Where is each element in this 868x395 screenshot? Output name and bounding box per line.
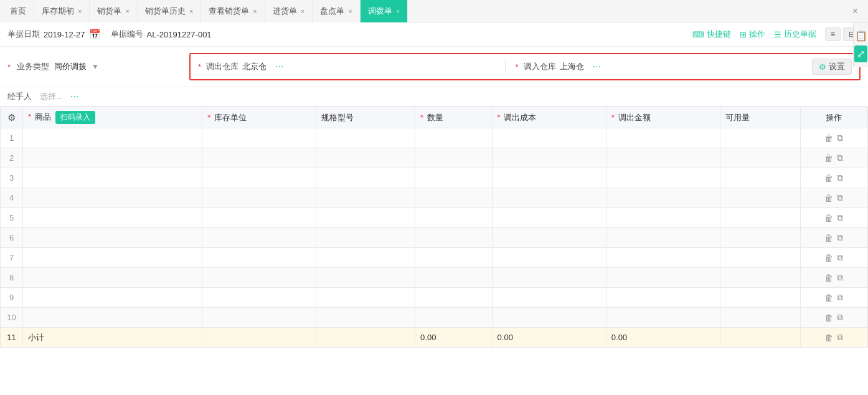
amount-cell[interactable]: [606, 148, 720, 168]
unit-cell[interactable]: [202, 228, 316, 248]
qty-cell[interactable]: [415, 208, 492, 228]
product-cell[interactable]: [23, 268, 202, 288]
spec-cell[interactable]: [316, 308, 415, 328]
tab-home[interactable]: 首页: [2, 0, 34, 22]
product-cell[interactable]: [23, 248, 202, 268]
copy-row-icon[interactable]: ⧉: [837, 173, 843, 183]
shortcut-btn[interactable]: ⌨ 快捷键: [692, 29, 731, 40]
history-btn[interactable]: ☰ 历史单据: [774, 29, 816, 40]
copy-row-icon[interactable]: ⧉: [837, 133, 843, 143]
delete-row-icon[interactable]: 🗑: [824, 133, 833, 143]
qty-cell[interactable]: [415, 188, 492, 208]
delete-row-icon[interactable]: 🗑: [824, 293, 833, 303]
business-type-select[interactable]: 同价调拨 ▼: [54, 61, 99, 72]
spec-cell[interactable]: [316, 148, 415, 168]
unit-cell[interactable]: [202, 248, 316, 268]
product-cell[interactable]: [23, 228, 202, 248]
out-warehouse-more-icon[interactable]: ···: [275, 61, 283, 72]
close-tab-sales-history[interactable]: ×: [189, 7, 193, 15]
qty-cell[interactable]: [415, 128, 492, 148]
qty-cell[interactable]: [415, 268, 492, 288]
spec-cell[interactable]: [316, 188, 415, 208]
delete-row-icon[interactable]: 🗑: [824, 273, 833, 283]
unit-cell[interactable]: [202, 268, 316, 288]
qty-cell[interactable]: [415, 308, 492, 328]
product-cell[interactable]: [23, 188, 202, 208]
in-warehouse-more-icon[interactable]: ···: [593, 61, 601, 72]
calendar-icon[interactable]: 📅: [89, 29, 101, 40]
amount-cell[interactable]: [606, 268, 720, 288]
tab-sales-order[interactable]: 销货单 ×: [90, 0, 137, 22]
unit-cell[interactable]: [202, 188, 316, 208]
unit-cell[interactable]: [202, 288, 316, 308]
copy-row-icon[interactable]: ⧉: [837, 252, 843, 263]
qty-cell[interactable]: [415, 148, 492, 168]
cost-cell[interactable]: [492, 308, 606, 328]
cost-cell[interactable]: [492, 188, 606, 208]
layout-btn-1[interactable]: ≡: [825, 27, 841, 41]
unit-cell[interactable]: [202, 208, 316, 228]
copy-row-icon[interactable]: ⧉: [837, 272, 843, 283]
copy-row-icon[interactable]: ⧉: [837, 153, 843, 163]
copy-row-icon[interactable]: ⧉: [837, 312, 843, 323]
close-tab-inventory-count[interactable]: ×: [348, 7, 352, 15]
settings-button[interactable]: ⚙ 设置: [812, 59, 852, 75]
spec-cell[interactable]: [316, 288, 415, 308]
delete-row-icon[interactable]: 🗑: [824, 233, 833, 243]
scan-button[interactable]: 扫码录入: [55, 111, 95, 124]
spec-cell[interactable]: [316, 168, 415, 188]
qty-cell[interactable]: [415, 288, 492, 308]
delete-row-icon[interactable]: 🗑: [824, 153, 833, 163]
cost-cell[interactable]: [492, 168, 606, 188]
close-tab-inventory-init[interactable]: ×: [78, 7, 82, 15]
amount-cell[interactable]: [606, 188, 720, 208]
delete-row-icon[interactable]: 🗑: [824, 253, 833, 263]
delete-row-icon[interactable]: 🗑: [824, 173, 833, 183]
close-tab-purchase[interactable]: ×: [301, 7, 304, 15]
spec-cell[interactable]: [316, 268, 415, 288]
tab-transfer[interactable]: 调拨单 ×: [361, 0, 408, 22]
qty-cell[interactable]: [415, 228, 492, 248]
copy-row-icon[interactable]: ⧉: [837, 193, 843, 203]
handler-select[interactable]: 选择...: [40, 91, 63, 102]
close-all-tabs[interactable]: ×: [845, 6, 866, 17]
operation-btn[interactable]: ⊞ 操作: [740, 29, 765, 40]
tab-purchase[interactable]: 进货单 ×: [265, 0, 313, 22]
spec-cell[interactable]: [316, 208, 415, 228]
cost-cell[interactable]: [492, 288, 606, 308]
tab-inventory-init[interactable]: 库存期初 ×: [34, 0, 90, 22]
tab-inventory-count[interactable]: 盘点单 ×: [313, 0, 360, 22]
amount-cell[interactable]: [606, 228, 720, 248]
tab-view-sales[interactable]: 查看销货单 ×: [201, 0, 265, 22]
delete-row-icon[interactable]: 🗑: [824, 213, 833, 223]
cost-cell[interactable]: [492, 148, 606, 168]
amount-cell[interactable]: [606, 288, 720, 308]
tab-sales-history[interactable]: 销货单历史 ×: [138, 0, 201, 22]
cost-cell[interactable]: [492, 268, 606, 288]
qty-cell[interactable]: [415, 168, 492, 188]
delete-icon[interactable]: 🗑: [824, 333, 833, 343]
close-tab-transfer[interactable]: ×: [396, 7, 400, 15]
unit-cell[interactable]: [202, 148, 316, 168]
unit-cell[interactable]: [202, 128, 316, 148]
cost-cell[interactable]: [492, 228, 606, 248]
handler-more-icon[interactable]: ···: [70, 91, 78, 102]
spec-cell[interactable]: [316, 248, 415, 268]
product-cell[interactable]: [23, 168, 202, 188]
cost-cell[interactable]: [492, 248, 606, 268]
right-notes-icon[interactable]: 📋: [852, 27, 869, 44]
close-tab-view-sales[interactable]: ×: [253, 7, 257, 15]
unit-cell[interactable]: [202, 168, 316, 188]
amount-cell[interactable]: [606, 208, 720, 228]
spec-cell[interactable]: [316, 128, 415, 148]
copy-row-icon[interactable]: ⧉: [837, 232, 843, 243]
col-gear-icon[interactable]: ⚙: [7, 112, 16, 123]
copy-icon[interactable]: ⧉: [837, 332, 843, 343]
copy-row-icon[interactable]: ⧉: [837, 292, 843, 303]
amount-cell[interactable]: [606, 128, 720, 148]
product-cell[interactable]: [23, 208, 202, 228]
right-expand-icon[interactable]: ⤢: [854, 45, 867, 62]
product-cell[interactable]: [23, 128, 202, 148]
copy-row-icon[interactable]: ⧉: [837, 212, 843, 223]
delete-row-icon[interactable]: 🗑: [824, 193, 833, 203]
